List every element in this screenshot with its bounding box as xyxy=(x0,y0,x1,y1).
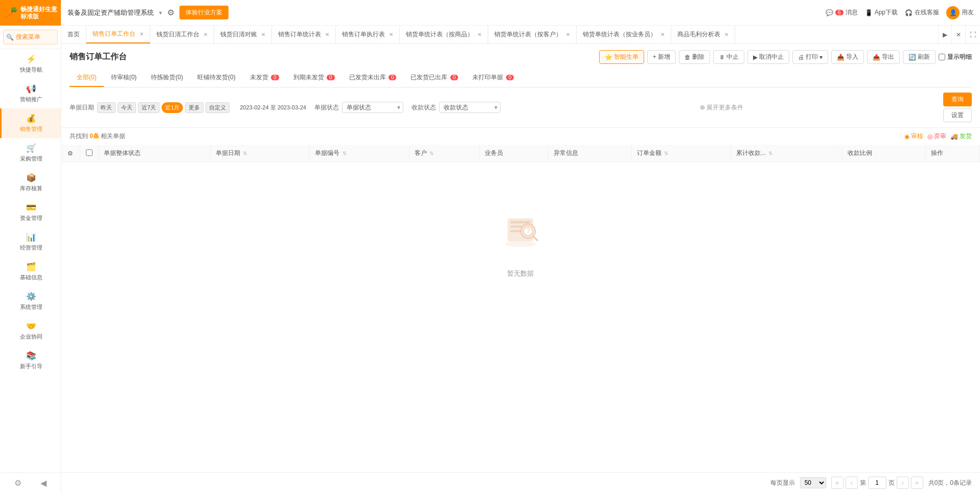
last-page-button[interactable]: » xyxy=(911,477,923,489)
tab-cash-daily-label: 钱货日清工作台 xyxy=(156,30,199,39)
tab-sales-summary-customer[interactable]: 销货单统计表（按客户） ✕ xyxy=(488,26,577,43)
sidebar-item-marketing[interactable]: 📢 营销推广 xyxy=(0,79,61,108)
add-button[interactable]: + 新增 xyxy=(647,50,676,64)
th-code[interactable]: 单据编号 ⇅ xyxy=(310,145,409,162)
tabbar-maximize[interactable]: ⛶ xyxy=(965,26,980,44)
smart-create-button[interactable]: ⭐ 智能生单 xyxy=(599,50,644,64)
revoke-audit-button[interactable]: ◎ 弃审 xyxy=(927,132,946,141)
payment-select[interactable]: 收款状态 xyxy=(439,102,500,113)
filter-tab-wangpu-ship[interactable]: 旺铺待发货(0) xyxy=(190,69,243,87)
tabbar-scroll-right[interactable]: ▶ xyxy=(939,26,951,44)
filter-tab-pending-audit[interactable]: 待审核(0) xyxy=(104,69,144,87)
sidebar-item-base[interactable]: 🗂️ 基础信息 xyxy=(0,257,61,286)
date-yesterday[interactable]: 昨天 xyxy=(97,102,116,113)
th-checkbox[interactable] xyxy=(80,145,98,162)
tab-cash-reconcile[interactable]: 钱货日清对账 ✕ xyxy=(214,26,272,43)
filter-settings-button[interactable]: 设置 xyxy=(943,108,972,122)
tab-sales-execute[interactable]: 销售订单执行表 ✕ xyxy=(336,26,400,43)
next-page-button[interactable]: › xyxy=(897,477,909,489)
service-icon: 🎧 xyxy=(905,9,913,16)
tab-cash-daily-close[interactable]: ✕ xyxy=(203,32,208,37)
user-menu[interactable]: 👤 用友 xyxy=(946,6,974,19)
tab-cash-daily[interactable]: 钱货日清工作台 ✕ xyxy=(150,26,214,43)
sidebar-item-purchase[interactable]: 🛒 采购管理 xyxy=(0,138,61,168)
shipped-stored-badge: 0 xyxy=(450,75,459,80)
tab-sales-order-workbench[interactable]: 销售订单工作台 ✕ xyxy=(86,26,150,43)
sidebar-item-guide[interactable]: 📚 新手引导 xyxy=(0,346,61,375)
tab-sales-summary-staff[interactable]: 销货单统计表（按业务员） ✕ xyxy=(577,26,671,43)
page-number-input[interactable] xyxy=(868,477,886,489)
import-button[interactable]: 📥 导入 xyxy=(831,50,864,64)
tab-sales-summary-product-close[interactable]: ✕ xyxy=(477,32,482,37)
prev-page-button[interactable]: ‹ xyxy=(846,477,858,489)
system-title-arrow[interactable]: ▾ xyxy=(159,9,162,16)
tab-product-margin[interactable]: 商品毛利分析表 ✕ xyxy=(671,26,735,43)
export-button[interactable]: 📤 导出 xyxy=(867,50,900,64)
unprinted-badge: 0 xyxy=(506,75,514,80)
status-select[interactable]: 单据状态 xyxy=(342,102,403,113)
tab-home[interactable]: 首页 xyxy=(61,26,86,43)
cancel-suspend-button[interactable]: ▶ 取消中止 xyxy=(747,50,789,64)
page-size-select[interactable]: 50 10 20 100 xyxy=(800,477,826,488)
first-page-button[interactable]: « xyxy=(831,477,844,489)
filter-tab-unprinted[interactable]: 未打印单据 0 xyxy=(465,69,521,87)
th-received[interactable]: 累计收款... ⇅ xyxy=(731,145,842,162)
filter-tab-unshipped[interactable]: 未发货 0 xyxy=(243,69,286,87)
query-button[interactable]: 查询 xyxy=(943,93,972,106)
delete-button[interactable]: 🗑 删除 xyxy=(679,50,710,64)
date-custom[interactable]: 自定义 xyxy=(206,102,230,113)
message-button[interactable]: 💬 6 消息 xyxy=(826,8,858,17)
ship-button[interactable]: 🚚 发货 xyxy=(950,132,972,141)
th-date[interactable]: 单据日期 ⇅ xyxy=(210,145,309,162)
date-more[interactable]: 更多 xyxy=(185,102,203,113)
th-amount[interactable]: 订单金额 ⇅ xyxy=(631,145,731,162)
sidebar-settings-button[interactable]: ⚙ xyxy=(14,478,21,488)
filter-tab-all[interactable]: 全部(0) xyxy=(70,69,104,87)
th-customer[interactable]: 客户 ⇅ xyxy=(409,145,480,162)
record-count: 共找到 0条 相关单据 xyxy=(70,132,125,141)
suspend-button[interactable]: ⏸ 中止 xyxy=(713,50,744,64)
search-menu-button[interactable]: 🔍 搜索菜单 xyxy=(3,30,58,44)
print-button[interactable]: 🖨 打印 ▾ xyxy=(792,50,828,64)
filter-row: 单据日期 昨天 今天 近7天 近1月 更多 自定义 2023-02-24 至 2… xyxy=(70,93,972,122)
tab-sales-summary-product-label: 销货单统计表（按商品） xyxy=(406,30,473,39)
query-actions: 查询 设置 xyxy=(943,93,972,122)
date-1month[interactable]: 近1月 xyxy=(162,102,183,113)
trial-button[interactable]: 体验行业方案 xyxy=(179,6,229,19)
tab-sales-execute-close[interactable]: ✕ xyxy=(389,32,393,37)
filter-tab-pending-inspect[interactable]: 待拣验货(0) xyxy=(144,69,190,87)
date-7days[interactable]: 近7天 xyxy=(138,102,159,113)
tab-cash-reconcile-close[interactable]: ✕ xyxy=(261,32,265,37)
sidebar-collapse-button[interactable]: ◀ xyxy=(40,478,47,488)
tab-sales-order-workbench-close[interactable]: ✕ xyxy=(140,31,144,37)
online-service-button[interactable]: 🎧 在线客服 xyxy=(905,8,939,17)
sidebar-item-corp[interactable]: 🤝 企业协同 xyxy=(0,316,61,346)
tab-sales-summary-product[interactable]: 销货单统计表（按商品） ✕ xyxy=(400,26,488,43)
date-today[interactable]: 今天 xyxy=(118,102,136,113)
filter-tab-shipped-stored[interactable]: 已发货已出库 0 xyxy=(403,69,465,87)
app-download-button[interactable]: 📱 App下载 xyxy=(865,8,898,17)
tab-sales-summary-customer-close[interactable]: ✕ xyxy=(566,32,570,37)
tab-product-margin-close[interactable]: ✕ xyxy=(724,32,728,37)
sidebar-item-quick-nav[interactable]: ⚡ 快捷导航 xyxy=(0,49,61,79)
sidebar-item-ops[interactable]: 📊 经营管理 xyxy=(0,227,61,257)
expand-conditions-button[interactable]: ⊕ 展开更多条件 xyxy=(700,103,743,112)
sidebar-item-system[interactable]: ⚙️ 系统管理 xyxy=(0,286,61,316)
topbar-settings-icon[interactable]: ⚙ xyxy=(167,8,174,17)
sidebar-item-finance[interactable]: 💳 资金管理 xyxy=(0,197,61,227)
show-details-checkbox-label[interactable]: 显示明细 xyxy=(939,53,972,61)
tab-sales-stat[interactable]: 销售订单统计表 ✕ xyxy=(272,26,336,43)
sidebar-nav: ⚡ 快捷导航 📢 营销推广 💰 销售管理 🛒 采购管理 📦 库存核算 💳 资金管… xyxy=(0,49,61,375)
sidebar-item-sales[interactable]: 💰 销售管理 xyxy=(0,108,61,138)
show-details-checkbox[interactable] xyxy=(939,54,945,60)
select-all-checkbox[interactable] xyxy=(86,149,93,156)
audit-button[interactable]: ◉ 审核 xyxy=(904,132,923,141)
tab-sales-stat-close[interactable]: ✕ xyxy=(325,32,329,37)
sidebar-item-inventory[interactable]: 📦 库存核算 xyxy=(0,168,61,197)
tabbar-close-all[interactable]: ✕ xyxy=(951,26,965,44)
filter-tab-expired-unship[interactable]: 到期未发货 0 xyxy=(286,69,342,87)
th-settings[interactable]: ⚙ xyxy=(61,145,80,162)
tab-sales-summary-staff-close[interactable]: ✕ xyxy=(660,32,665,37)
filter-tab-shipped-not-stored[interactable]: 已发货未出库 0 xyxy=(342,69,404,87)
refresh-button[interactable]: 🔄 刷新 xyxy=(903,50,936,64)
